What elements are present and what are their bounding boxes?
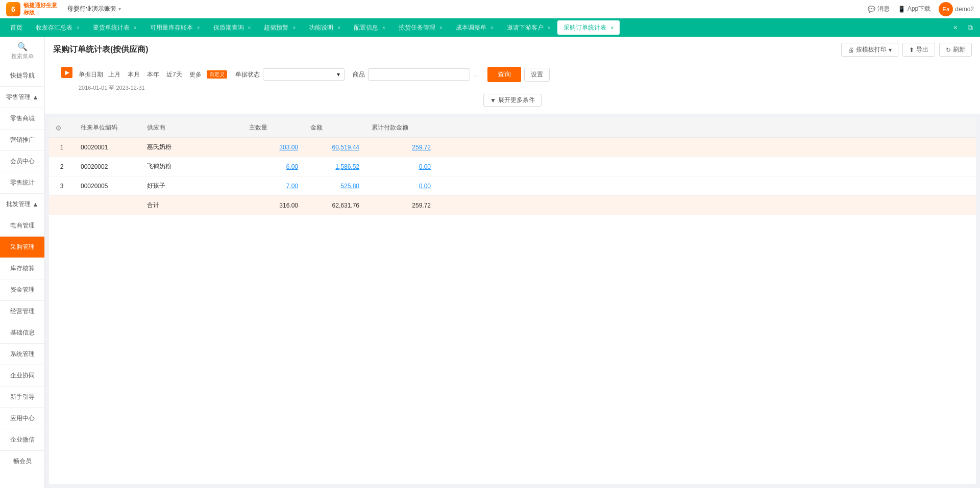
dropdown-arrow-icon: ▾ bbox=[337, 71, 340, 78]
workspace-selector[interactable]: 母婴行业演示账套 ▾ bbox=[67, 5, 121, 13]
tab-kuyong[interactable]: 可用量库存账本 × bbox=[144, 20, 206, 35]
close-icon[interactable]: × bbox=[610, 25, 614, 31]
sidebar-item-member-center[interactable]: 会员中心 bbox=[0, 151, 44, 172]
tab-chaochu[interactable]: 超储预警 × bbox=[258, 20, 302, 35]
sidebar-item-wechat[interactable]: 企业微信 bbox=[0, 429, 44, 451]
shortcut-this-year[interactable]: 本年 bbox=[145, 69, 161, 80]
filter-area: ▶ 单据日期 上月 本月 本年 近7天 更多 bbox=[53, 62, 972, 114]
sidebar-item-retail-stats[interactable]: 零售统计 bbox=[0, 172, 44, 194]
page-title-row: 采购订单统计表(按供应商) 🖨 按模板打印 ▾ ⬆ 导出 ↻ 刷新 bbox=[53, 43, 972, 57]
user-menu[interactable]: Ea demo2 bbox=[939, 2, 974, 16]
close-icon[interactable]: × bbox=[134, 25, 137, 31]
sidebar-item-retail-store[interactable]: 零售商城 bbox=[0, 108, 44, 130]
close-icon[interactable]: × bbox=[77, 25, 80, 31]
expand-icon: ▼ bbox=[490, 97, 496, 104]
sidebar-item-member[interactable]: 畅会员 bbox=[0, 451, 44, 472]
qty-link[interactable]: 6.00 bbox=[286, 163, 298, 170]
tab-yaoqing[interactable]: 邀请下游客户 × bbox=[501, 20, 557, 35]
goods-input[interactable] bbox=[368, 68, 470, 81]
tab-home[interactable]: 首页 bbox=[4, 20, 29, 35]
paid-link[interactable]: 0.00 bbox=[419, 183, 431, 190]
custom-date-badge[interactable]: 自定义 bbox=[207, 70, 227, 79]
sidebar-item-retail-mgmt[interactable]: 零售管理 ▲ bbox=[0, 87, 44, 108]
status-select[interactable]: ▾ bbox=[263, 68, 345, 81]
table-row: 2 00020002 飞鹤奶粉 6.00 1,586.52 0.00 bbox=[49, 157, 976, 176]
print-button[interactable]: 🖨 按模板打印 ▾ bbox=[841, 43, 898, 57]
sidebar-item-wholesale-mgmt[interactable]: 批发管理 ▲ bbox=[0, 194, 44, 215]
close-icon[interactable]: × bbox=[491, 25, 494, 31]
shortcut-this-month[interactable]: 本月 bbox=[126, 69, 142, 80]
footer-qty: 316.00 bbox=[243, 196, 304, 215]
close-icon[interactable]: × bbox=[382, 25, 385, 31]
sidebar-item-guide[interactable]: 新手引导 bbox=[0, 387, 44, 408]
sidebar-item-basic-info[interactable]: 基础信息 bbox=[0, 322, 44, 344]
sidebar-item-purchase[interactable]: 采购管理 bbox=[0, 237, 44, 258]
shortcut-last-month[interactable]: 上月 bbox=[106, 69, 122, 80]
amount-link[interactable]: 525.80 bbox=[340, 183, 359, 190]
sidebar-item-ecommerce[interactable]: 电商管理 bbox=[0, 215, 44, 237]
sidebar-item-operations[interactable]: 经营管理 bbox=[0, 301, 44, 322]
sidebar-item-enterprise[interactable]: 企业协同 bbox=[0, 365, 44, 387]
sidebar-item-inventory[interactable]: 库存核算 bbox=[0, 258, 44, 279]
table-header-row: ⚙ 往来单位编码 供应商 主数量 金额 bbox=[49, 118, 976, 138]
sidebar-item-shortcut[interactable]: 快捷导航 bbox=[0, 65, 44, 87]
cell-supplier: 惠氏奶粉 bbox=[141, 138, 243, 157]
tab-jianhuo[interactable]: 拣货任务管理 × bbox=[393, 20, 449, 35]
close-window-button[interactable]: × bbox=[950, 22, 961, 33]
tab-chengben[interactable]: 成本调整单 × bbox=[450, 20, 500, 35]
cell-extra bbox=[437, 176, 976, 196]
close-icon[interactable]: × bbox=[292, 25, 296, 31]
tab-caigou[interactable]: 采购订单统计表 × bbox=[557, 20, 620, 35]
sidebar-item-system[interactable]: 系统管理 bbox=[0, 344, 44, 365]
logo-text: 畅捷通好生意 标版 bbox=[23, 2, 57, 15]
close-icon[interactable]: × bbox=[439, 25, 443, 31]
main-layout: 🔍 搜索菜单 快捷导航 零售管理 ▲ 零售商城 营销推广 会员中心 零售统计 批… bbox=[0, 37, 980, 488]
tab-gongneng[interactable]: 功能说明 × bbox=[303, 20, 347, 35]
close-icon[interactable]: × bbox=[197, 25, 200, 31]
page-title: 采购订单统计表(按供应商) bbox=[53, 44, 149, 55]
sidebar-search[interactable]: 🔍 搜索菜单 bbox=[0, 37, 44, 65]
filter-toggle-button[interactable]: ▶ bbox=[61, 67, 72, 78]
refresh-button[interactable]: ↻ 刷新 bbox=[939, 43, 972, 57]
tab-baozhi[interactable]: 保质期查询 × bbox=[207, 20, 257, 35]
cell-qty: 7.00 bbox=[243, 176, 304, 196]
app-download-button[interactable]: 📱 App下载 bbox=[898, 5, 930, 13]
col-qty-header: 主数量 bbox=[243, 118, 304, 138]
tab-peizhi[interactable]: 配置信息 × bbox=[348, 20, 391, 35]
filter-row-1: 单据日期 上月 本月 本年 近7天 更多 自定义 bbox=[79, 67, 964, 82]
close-icon[interactable]: × bbox=[548, 25, 551, 31]
sidebar-item-app-center[interactable]: 应用中心 bbox=[0, 408, 44, 429]
table-row: 1 00020001 惠氏奶粉 303.00 60,519.44 259.72 bbox=[49, 138, 976, 157]
export-icon: ⬆ bbox=[909, 46, 914, 54]
close-icon[interactable]: × bbox=[248, 25, 251, 31]
close-icon[interactable]: × bbox=[337, 25, 340, 31]
shortcut-more[interactable]: 更多 bbox=[187, 69, 204, 80]
export-button[interactable]: ⬆ 导出 bbox=[902, 43, 935, 57]
query-button[interactable]: 查询 bbox=[487, 67, 521, 82]
qty-link[interactable]: 7.00 bbox=[286, 183, 298, 190]
expand-more-button[interactable]: ▼ 展开更多条件 bbox=[483, 94, 542, 107]
gear-icon[interactable]: ⚙ bbox=[55, 124, 62, 132]
paid-link[interactable]: 259.72 bbox=[412, 144, 431, 151]
cell-paid: 259.72 bbox=[365, 138, 437, 157]
sidebar-item-marketing[interactable]: 营销推广 bbox=[0, 130, 44, 151]
goods-more-icon[interactable]: … bbox=[473, 71, 479, 78]
amount-link[interactable]: 1,586.52 bbox=[335, 163, 359, 170]
tab-shoufacun[interactable]: 收发存汇总表 × bbox=[30, 20, 86, 35]
sidebar-item-finance[interactable]: 资金管理 bbox=[0, 279, 44, 301]
print-dropdown-icon: ▾ bbox=[889, 46, 892, 54]
cell-supplier: 飞鹤奶粉 bbox=[141, 157, 243, 176]
cell-index: 3 bbox=[49, 176, 75, 196]
message-button[interactable]: 💬 消息 bbox=[868, 5, 890, 13]
amount-link[interactable]: 60,519.44 bbox=[332, 144, 359, 151]
paid-link[interactable]: 0.00 bbox=[419, 163, 431, 170]
shortcut-7days[interactable]: 近7天 bbox=[164, 69, 184, 80]
settings-button[interactable]: 设置 bbox=[524, 68, 550, 82]
print-icon: 🖨 bbox=[848, 46, 854, 54]
cell-code: 00020005 bbox=[75, 176, 141, 196]
col-gear: ⚙ bbox=[49, 118, 75, 138]
qty-link[interactable]: 303.00 bbox=[279, 144, 298, 151]
cell-paid: 0.00 bbox=[365, 157, 437, 176]
tab-yaohuo[interactable]: 要货单统计表 × bbox=[87, 20, 143, 35]
restore-window-button[interactable]: ⧉ bbox=[965, 22, 976, 33]
